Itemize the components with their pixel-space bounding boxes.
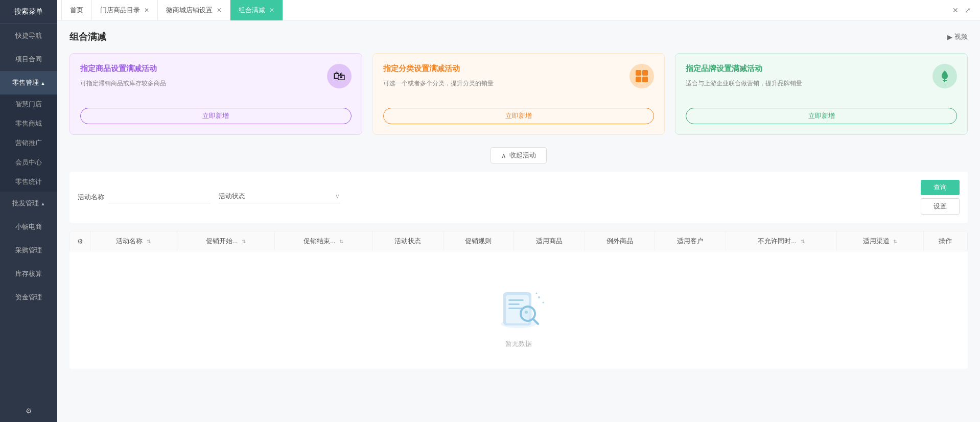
promo-card-product-icon: 🛍 — [327, 64, 352, 88]
video-link[interactable]: ▶ 视频 — [947, 32, 968, 41]
svg-rect-3 — [642, 77, 648, 82]
svg-point-18 — [536, 293, 538, 294]
activity-name-field: 活动名称 — [78, 191, 211, 203]
tab-wechat-store-close[interactable]: ✕ — [217, 7, 222, 13]
page-header: 组合满减 ▶ 视频 — [69, 31, 968, 43]
collapse-bar: ∧ 收起活动 — [69, 143, 968, 172]
table-wrapper: ⚙ 活动名称 ⇅ 促销开始... ⇅ 促销结束... ⇅ — [69, 231, 968, 369]
th-applicable-customer: 适用客户 — [655, 231, 726, 251]
th-gear[interactable]: ⚙ — [70, 231, 90, 251]
query-button[interactable]: 查询 — [921, 180, 960, 195]
video-link-label: 视频 — [954, 32, 968, 41]
sidebar-search[interactable]: 搜索菜单 — [0, 0, 57, 24]
promo-card-product: 指定商品设置满减活动 🛍 可指定滞销商品或库存较多商品 立即新增 — [69, 53, 362, 135]
settings-button[interactable]: 设置 — [921, 198, 960, 215]
promo-card-brand-desc: 适合与上游企业联合做营销，提升品牌销量 — [686, 79, 957, 100]
content-area: 组合满减 ▶ 视频 指定商品设置满减活动 🛍 可指定滞销商品或库存较多商品 立即… — [57, 20, 980, 422]
promo-card-brand-icon — [932, 64, 957, 88]
sidebar-item-wholesale-mgmt[interactable]: 批发管理 — [0, 192, 57, 215]
th-activity-status: 活动状态 — [372, 231, 443, 251]
tab-store-catalog-close[interactable]: ✕ — [144, 7, 149, 13]
th-applicable-customer-label: 适用客户 — [677, 237, 704, 245]
sort-icon-end: ⇅ — [339, 239, 343, 244]
svg-rect-2 — [636, 77, 641, 82]
th-activity-name[interactable]: 活动名称 ⇅ — [90, 231, 177, 251]
tab-combo-discount-close[interactable]: ✕ — [269, 7, 274, 13]
page-title: 组合满减 — [69, 31, 106, 43]
svg-point-15 — [525, 311, 528, 314]
sidebar-sub-retail-stats[interactable]: 零售统计 — [0, 172, 57, 192]
th-promo-rule-label: 促销规则 — [465, 237, 492, 245]
tab-home-label: 首页 — [70, 6, 83, 15]
sidebar-item-quick-nav[interactable]: 快捷导航 — [0, 24, 57, 48]
promo-card-product-desc: 可指定滞销商品或库存较多商品 — [80, 79, 352, 100]
promo-card-category-title: 指定分类设置满减活动 — [383, 64, 655, 74]
sort-icon-channel: ⇅ — [893, 239, 897, 244]
promo-card-product-title: 指定商品设置满减活动 — [80, 64, 352, 74]
activity-name-label: 活动名称 — [78, 193, 104, 202]
sidebar-item-inventory-calc[interactable]: 库存核算 — [0, 262, 57, 286]
gear-icon: ⚙ — [77, 238, 83, 245]
tab-store-catalog[interactable]: 门店商品目录 ✕ — [92, 0, 158, 20]
empty-state: 暂无数据 — [70, 251, 968, 369]
th-activity-name-label: 活动名称 — [116, 237, 143, 245]
promo-card-brand-btn[interactable]: 立即新增 — [686, 108, 957, 124]
th-promo-end-label: 促销结束... — [304, 237, 336, 245]
th-applicable-goods: 适用商品 — [514, 231, 584, 251]
promo-card-product-btn[interactable]: 立即新增 — [80, 108, 352, 124]
th-channel[interactable]: 适用渠道 ⇅ — [837, 231, 924, 251]
th-applicable-goods-label: 适用商品 — [536, 237, 563, 245]
th-promo-start-label: 促销开始... — [206, 237, 238, 245]
sidebar-item-purchase-mgmt[interactable]: 采购管理 — [0, 239, 57, 262]
svg-rect-11 — [508, 308, 523, 309]
tab-combo-discount-label: 组合满减 — [239, 6, 265, 15]
sidebar-item-fund-mgmt[interactable]: 资金管理 — [0, 286, 57, 309]
collapse-activities-btn[interactable]: ∧ 收起活动 — [491, 147, 547, 163]
svg-rect-1 — [642, 70, 648, 76]
sidebar-item-project-contract[interactable]: 项目合同 — [0, 48, 57, 71]
tab-bar: 首页 门店商品目录 ✕ 微商城店铺设置 ✕ 组合满减 ✕ ✕ ⤢ — [57, 0, 980, 20]
sidebar-item-xc-ecommerce[interactable]: 小畅电商 — [0, 215, 57, 239]
sort-icon-overlap: ⇅ — [801, 239, 805, 244]
th-action-label: 操作 — [939, 237, 952, 245]
activity-name-input[interactable] — [108, 191, 211, 203]
tab-wechat-store[interactable]: 微商城店铺设置 ✕ — [158, 0, 230, 20]
empty-state-row: 暂无数据 — [70, 251, 968, 369]
activity-status-field[interactable]: 活动状态 ∨ — [219, 192, 340, 203]
svg-point-17 — [543, 302, 544, 303]
sidebar-sub-member-center[interactable]: 会员中心 — [0, 153, 57, 172]
promo-card-category-icon — [629, 64, 654, 88]
collapse-label: 收起活动 — [509, 151, 536, 160]
tab-combo-discount[interactable]: 组合满减 ✕ — [230, 0, 283, 20]
promo-card-category: 指定分类设置满减活动 可选一个或者多个分类，提升分类的销量 立即新增 — [372, 53, 665, 135]
sidebar-sub-retail-mall[interactable]: 零售商城 — [0, 114, 57, 133]
tab-wechat-store-label: 微商城店铺设置 — [166, 6, 213, 15]
th-activity-status-label: 活动状态 — [394, 237, 421, 245]
sidebar: 搜索菜单 快捷导航 项目合同 零售管理 智慧门店 零售商城 营销推广 会员中心 … — [0, 0, 57, 422]
sidebar-sub-smart-store[interactable]: 智慧门店 — [0, 95, 57, 114]
promo-card-category-desc: 可选一个或者多个分类，提升分类的销量 — [383, 79, 655, 100]
svg-rect-9 — [508, 299, 524, 301]
th-promo-end[interactable]: 促销结束... ⇅ — [274, 231, 372, 251]
window-close-btn[interactable]: ✕ — [951, 6, 960, 14]
sidebar-item-retail-mgmt[interactable]: 零售管理 — [0, 71, 57, 95]
tab-home[interactable]: 首页 — [61, 0, 92, 20]
sort-icon-start: ⇅ — [242, 239, 246, 244]
sort-icon-name: ⇅ — [147, 239, 151, 244]
th-promo-start[interactable]: 促销开始... ⇅ — [177, 231, 274, 251]
search-bar: 活动名称 活动状态 ∨ 查询 设置 — [69, 172, 968, 223]
sidebar-sub-mkt-promo[interactable]: 营销推广 — [0, 133, 57, 153]
window-expand-btn[interactable]: ⤢ — [964, 6, 972, 14]
promo-card-category-btn[interactable]: 立即新增 — [383, 108, 655, 124]
promo-card-brand-title: 指定品牌设置满减活动 — [686, 64, 957, 74]
cards-row: 指定商品设置满减活动 🛍 可指定滞销商品或库存较多商品 立即新增 指定分类设置满… — [69, 53, 968, 135]
sidebar-settings-icon[interactable]: ⚙ — [0, 400, 57, 422]
window-controls: ✕ ⤢ — [951, 6, 976, 14]
data-table: ⚙ 活动名称 ⇅ 促销开始... ⇅ 促销结束... ⇅ — [69, 231, 968, 369]
th-no-overlap[interactable]: 不允许同时... ⇅ — [726, 231, 836, 251]
tab-store-catalog-label: 门店商品目录 — [100, 6, 140, 15]
svg-rect-10 — [508, 303, 520, 305]
empty-text: 暂无数据 — [70, 339, 968, 348]
table-header-row: ⚙ 活动名称 ⇅ 促销开始... ⇅ 促销结束... ⇅ — [70, 231, 968, 251]
svg-rect-0 — [636, 70, 641, 76]
